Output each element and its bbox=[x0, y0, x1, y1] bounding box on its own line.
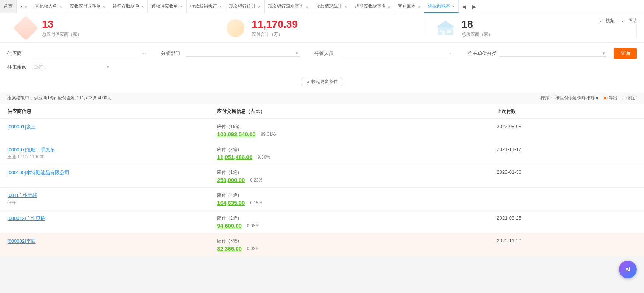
supplier-info-col: [000012]广州贝瑞 bbox=[7, 215, 217, 222]
nav-tab-other-income[interactable]: 其他收入单 × bbox=[31, 0, 66, 13]
trans-amount-link[interactable]: 11,051,486.00 bbox=[217, 154, 252, 160]
nav-tab-supplier-account[interactable]: 供应商账本 × bbox=[424, 0, 459, 13]
table-row[interactable]: [000012]广州贝瑞 应付（2笔） 94,600.00 0.08% 2021… bbox=[0, 211, 644, 234]
last-pay-col: 2021-11-17 bbox=[497, 146, 637, 152]
supplier-info-col: [000001]张三 bbox=[7, 124, 217, 130]
export-button[interactable]: 导出 bbox=[603, 95, 617, 101]
supplier-name-link[interactable]: [000100]本特勤油品有限公司 bbox=[7, 169, 217, 176]
nav-tab-cash-bank-flow-label: 现金银行流水查询 bbox=[268, 3, 304, 10]
supplier-label: 供应商 bbox=[7, 50, 29, 57]
supplier-name-link[interactable]: [000002]李四 bbox=[7, 238, 217, 245]
supplier-name-link[interactable]: [001]广州荣轩 bbox=[7, 192, 217, 199]
nav-tab-prepay[interactable]: 预收冲应收单 × bbox=[148, 0, 186, 13]
last-pay-date: 2020-11-20 bbox=[497, 238, 637, 244]
trans-amount-row: 94,600.00 0.08% bbox=[217, 223, 497, 229]
refresh-label: 刷新 bbox=[628, 95, 637, 101]
balance-select-text: 选择... bbox=[34, 63, 105, 70]
nav-tab-overdue-query[interactable]: 超期应收款查询 × bbox=[351, 0, 394, 13]
payable-suppliers-label: 总应付供应商（家） bbox=[42, 31, 82, 38]
table-row[interactable]: [000007]恒旺二手叉车 王通 17106110000 应付（2笔） 11,… bbox=[0, 142, 644, 165]
trans-amount-link[interactable]: 100,092,540.00 bbox=[217, 131, 255, 137]
total-suppliers-number: 18 bbox=[462, 18, 493, 31]
filter-person: 分管人员 ··· bbox=[314, 50, 453, 57]
category-select[interactable]: ▾ bbox=[500, 50, 607, 57]
table-row[interactable]: [000001]张三 应付（15笔） 100,092,540.00 89.61%… bbox=[0, 119, 644, 142]
table-header: 供应商信息 应付交易信息（占比） 上次付数 bbox=[0, 104, 644, 119]
nav-tab-receipt-stat-close[interactable]: × bbox=[344, 4, 347, 9]
nav-tab-customer-account-close[interactable]: × bbox=[418, 4, 420, 9]
nav-tab-cash-bank-flow[interactable]: 现金银行流水查询 × bbox=[265, 0, 312, 13]
person-dots-btn[interactable]: ··· bbox=[448, 50, 453, 57]
sort-value: 按应付余额倒序排序 bbox=[555, 95, 595, 101]
supplier-dots-btn[interactable]: ··· bbox=[141, 50, 146, 57]
person-input[interactable] bbox=[339, 50, 447, 57]
trans-percent-text: 0.15% bbox=[250, 200, 262, 206]
refresh-button[interactable]: 刷新 bbox=[622, 95, 637, 101]
query-button[interactable]: 查询 bbox=[614, 48, 637, 59]
supplier-name-link[interactable]: [000012]广州贝瑞 bbox=[7, 215, 217, 222]
trans-amount-link[interactable]: 164,635.90 bbox=[217, 200, 245, 206]
nav-tab-3[interactable]: 3 × bbox=[17, 0, 31, 13]
nav-tab-bank-deposit[interactable]: 银行存取款单 × bbox=[109, 0, 148, 13]
nav-tab-cash-bank-flow-close[interactable]: × bbox=[306, 4, 308, 9]
nav-tab-other-income-close[interactable]: × bbox=[59, 4, 62, 9]
nav-tab-overdue-query-close[interactable]: × bbox=[388, 4, 390, 9]
nav-tab-overdue-query-label: 超期应收款查询 bbox=[355, 3, 386, 10]
table-row[interactable]: [000100]本特勤油品有限公司 应付（1笔） 258,000.00 0.23… bbox=[0, 165, 644, 188]
transaction-info-col: 应付（15笔） 100,092,540.00 89.61% bbox=[217, 124, 497, 137]
transaction-info-col: 应付（5笔） 32,366.00 0.03% bbox=[217, 238, 497, 252]
nav-tab-receipt-verify[interactable]: 收款核销执行 × bbox=[187, 0, 225, 13]
dept-select[interactable]: ▾ bbox=[186, 50, 300, 57]
header-supplier: 供应商信息 bbox=[7, 108, 217, 115]
supplier-input[interactable] bbox=[32, 50, 140, 57]
balance-select[interactable]: 选择... ▾ bbox=[32, 63, 111, 71]
trans-amount-link[interactable]: 32,366.00 bbox=[217, 245, 242, 252]
nav-tab-prepay-close[interactable]: × bbox=[180, 4, 182, 9]
table-row[interactable]: [001]广州荣轩 仔仔 应付（4笔） 164,635.90 0.15% bbox=[0, 188, 644, 211]
table-row[interactable]: [000002]李四 应付（5笔） 32,366.00 0.03% 2020-1… bbox=[0, 234, 644, 256]
trans-amount-link[interactable]: 258,000.00 bbox=[217, 177, 245, 183]
svg-marker-1 bbox=[436, 21, 455, 27]
payable-total-label: 应付合计（万） bbox=[252, 31, 298, 38]
last-pay-col: 2023-01-30 bbox=[497, 169, 637, 175]
help-link[interactable]: 帮助 bbox=[628, 18, 637, 24]
nav-tab-3-close[interactable]: × bbox=[25, 4, 27, 9]
video-link[interactable]: 视频 bbox=[606, 18, 615, 24]
link-divider: | bbox=[617, 18, 619, 24]
nav-tab-ap-adjust[interactable]: 应收应付调整单 × bbox=[66, 0, 109, 13]
total-suppliers-label: 总供应商（家） bbox=[462, 31, 493, 38]
svg-rect-3 bbox=[447, 30, 451, 33]
filter-category: 往来单位分类 ▾ bbox=[468, 50, 607, 57]
nav-tab-3-label: 3 bbox=[20, 4, 23, 9]
nav-tab-supplier-account-close[interactable]: × bbox=[452, 4, 455, 8]
nav-tab-home[interactable]: 首页 bbox=[0, 0, 17, 13]
supplier-sub-text: 王通 17106110000 bbox=[7, 154, 217, 160]
nav-tab-customer-account[interactable]: 客户账本 × bbox=[394, 0, 424, 13]
summary-card3-text: 18 总供应商（家） bbox=[462, 18, 493, 38]
trans-amount-link[interactable]: 94,600.00 bbox=[217, 223, 242, 229]
nav-arrow-right[interactable]: ▶ bbox=[469, 0, 479, 13]
nav-arrow-left[interactable]: ◀ bbox=[459, 0, 469, 13]
nav-tab-cash-bank-stat-close[interactable]: × bbox=[258, 4, 260, 9]
circle-icon: ⊙ bbox=[599, 18, 603, 23]
nav-tab-ap-adjust-close[interactable]: × bbox=[103, 4, 105, 9]
nav-tab-bank-deposit-close[interactable]: × bbox=[141, 4, 144, 9]
trans-amount-row: 100,092,540.00 89.61% bbox=[217, 131, 497, 137]
nav-tab-cash-bank-stat[interactable]: 现金银行统计 × bbox=[225, 0, 264, 13]
sort-select[interactable]: 按应付余额倒序排序 ▾ bbox=[555, 95, 598, 101]
trans-amount-row: 164,635.90 0.15% bbox=[217, 200, 497, 206]
nav-tab-receipt-stat[interactable]: 收款情况统计 × bbox=[312, 0, 351, 13]
svg-rect-4 bbox=[440, 30, 442, 32]
supplier-name-link[interactable]: [000007]恒旺二手叉车 bbox=[7, 146, 217, 153]
trans-amount-row: 11,051,486.00 9.89% bbox=[217, 154, 497, 160]
supplier-name-link[interactable]: [000001]张三 bbox=[7, 124, 217, 130]
transaction-info-col: 应付（1笔） 258,000.00 0.23% bbox=[217, 169, 497, 183]
store-icon bbox=[434, 18, 456, 38]
category-chevron-icon: ▾ bbox=[603, 51, 605, 56]
nav-tab-receipt-verify-close[interactable]: × bbox=[219, 4, 221, 9]
transaction-info-col: 应付（4笔） 164,635.90 0.15% bbox=[217, 192, 497, 206]
collapse-button[interactable]: ∧ 收起更多条件 bbox=[301, 77, 343, 86]
payable-suppliers-number: 13 bbox=[42, 18, 82, 31]
filter-balance: 往来余额 选择... ▾ bbox=[7, 63, 111, 71]
last-pay-col: 2020-11-20 bbox=[497, 238, 637, 244]
